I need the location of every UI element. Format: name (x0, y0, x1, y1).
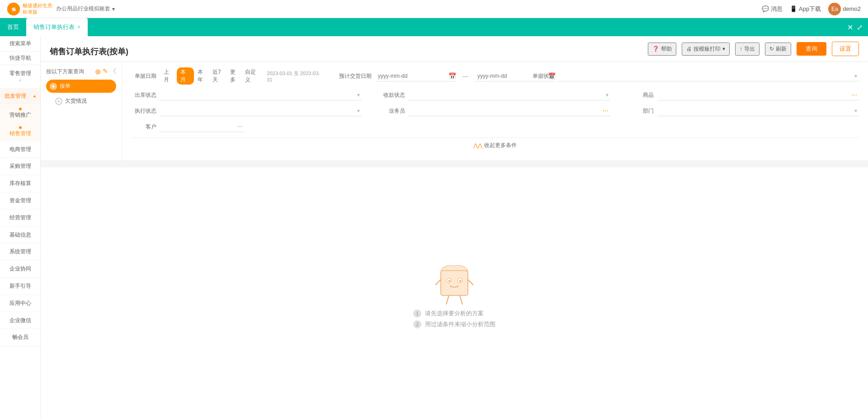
breadcrumb-arrow[interactable]: ▾ (112, 6, 115, 12)
date-tab-this-month[interactable]: 本月 (177, 67, 193, 85)
sidebar-item-sales[interactable]: 销售管理 (0, 123, 40, 141)
sidebar-item-ecommerce[interactable]: 电商管理 (0, 141, 40, 158)
sidebar-item-purchase[interactable]: 采购管理 (0, 158, 40, 175)
filter-date-field: 单据日期 上月 本月 本年 近7天 更多 自定义 2023-03-01 至 20… (131, 67, 321, 85)
plan-item-arrears[interactable]: ○ 欠货情况 (46, 95, 116, 108)
order-icon: ● (50, 83, 57, 90)
edit-plan-icon[interactable]: ✎ (103, 67, 108, 76)
sidebar-item-finance[interactable]: 资金管理 (0, 192, 40, 209)
settings-button[interactable]: 设置 (832, 42, 859, 56)
template-print-button[interactable]: 🖨 按模板打印 ▾ (682, 43, 730, 56)
tab-bar-right: ✕ ⤢ (847, 23, 868, 32)
sidebar-shortcut[interactable]: 快捷导航 (0, 52, 40, 65)
collapse-plan-icon[interactable]: 《 (110, 67, 116, 76)
empty-inner: 1 请先选择要分析的方案 2 用过滤条件来缩小分析范围 (413, 257, 495, 328)
plan-item-by-order[interactable]: ● 按单 (46, 80, 116, 93)
header-left: 畅 畅捷通好生意 标准版 办公用品行业模拟账套 ▾ (7, 3, 115, 15)
receipt-select[interactable] (409, 90, 604, 100)
sidebar-item-wechat[interactable]: 企业微信 (0, 312, 40, 329)
receipt-chevron-icon[interactable]: ▾ (604, 92, 610, 98)
help-button[interactable]: ❓ 帮助 (648, 43, 676, 56)
execution-chevron-icon[interactable]: ▾ (355, 108, 362, 114)
empty-text-list: 1 请先选择要分析的方案 2 用过滤条件来缩小分析范围 (413, 309, 495, 328)
message-button[interactable]: 💬 消息 (762, 5, 783, 13)
sidebar-item-enterprise[interactable]: 企业协同 (0, 261, 40, 278)
breadcrumb[interactable]: 办公用品行业模拟账套 ▾ (56, 5, 115, 13)
salesperson-picker-button[interactable]: ··· (601, 107, 610, 115)
sidebar-item-basic[interactable]: 基础信息 (0, 227, 40, 244)
arrears-icon: ○ (55, 98, 62, 105)
product-input[interactable] (657, 90, 849, 100)
refresh-button[interactable]: ↻ 刷新 (765, 43, 791, 56)
date-tab-more[interactable]: 更多 (228, 67, 241, 85)
refresh-icon: ↻ (769, 46, 774, 52)
app-download-button[interactable]: 📱 App下载 (790, 5, 821, 13)
print-icon: 🖨 (686, 46, 692, 52)
salesperson-input[interactable] (409, 106, 601, 116)
export-icon: ↑ (740, 46, 742, 52)
date-separator: — (460, 73, 471, 80)
filter-row-2: 出库状态 ▾ 收款状态 ▾ 商品 (131, 90, 859, 100)
customer-picker-button[interactable]: ··· (235, 123, 245, 131)
chevron-up-icon: ▴ (33, 93, 36, 99)
empty-tip-2: 2 用过滤条件来缩小分析范围 (413, 320, 495, 328)
add-plan-icon[interactable]: ⊕ (95, 67, 101, 76)
customer-label: 客户 (131, 123, 156, 131)
sidebar-item-operations[interactable]: 经营管理 (0, 209, 40, 227)
execution-select[interactable] (160, 106, 355, 116)
date-label: 单据日期 (131, 72, 156, 80)
filter-receipt-field: 收款状态 ▾ (380, 90, 610, 100)
tab-bar: 首页 销售订单执行表 × ✕ ⤢ (0, 18, 868, 36)
date-tab-this-year[interactable]: 本年 (196, 67, 209, 85)
collapse-up-icon: ⋀⋀ (473, 142, 482, 149)
filter-icons: ⊕ ✎ 《 (95, 67, 116, 76)
tab-close-icon[interactable]: ✕ (847, 23, 853, 32)
sidebar-item-marketing[interactable]: 营销推广 (0, 104, 40, 123)
start-date-input[interactable] (375, 71, 448, 81)
sidebar-item-appstore[interactable]: 应用中心 (0, 295, 40, 312)
help-icon: ❓ (652, 46, 659, 52)
sidebar-item-newbie[interactable]: 新手引导 (0, 278, 40, 295)
download-icon: 📱 (790, 5, 797, 12)
sidebar: 搜索菜单 快捷导航 零售管理 ▾ 批发管理 ▴ 营销推广 销售管理 电商管理 采… (0, 36, 41, 418)
svg-rect-2 (441, 271, 468, 295)
status-select[interactable] (558, 71, 853, 81)
export-button[interactable]: ↑ 导出 (735, 43, 760, 56)
main-layout: 搜索菜单 快捷导航 零售管理 ▾ 批发管理 ▴ 营销推广 销售管理 电商管理 采… (0, 36, 868, 418)
sidebar-item-inventory[interactable]: 库存核算 (0, 175, 40, 192)
avatar: Ea (828, 3, 841, 15)
svg-line-9 (468, 280, 473, 285)
tab-expand-icon[interactable]: ⤢ (857, 23, 863, 32)
date-tab-last-month[interactable]: 上月 (162, 67, 175, 85)
svg-line-10 (446, 295, 449, 304)
tab-home[interactable]: 首页 (0, 18, 26, 36)
warehouse-chevron-icon[interactable]: ▾ (355, 92, 362, 98)
calendar-start-icon[interactable]: 📅 (448, 72, 456, 80)
product-picker-button[interactable]: ··· (849, 91, 859, 99)
tab-close-button[interactable]: × (77, 24, 80, 30)
tab-sales-order[interactable]: 销售订单执行表 × (26, 18, 88, 36)
start-date-input-wrap[interactable]: 📅 (375, 71, 456, 81)
filter-salesperson-field: 业务员 ··· (380, 106, 610, 116)
collapse-bar[interactable]: ⋀⋀ 收起更多条件 (131, 138, 859, 155)
query-button[interactable]: 查询 (797, 42, 826, 56)
status-chevron-icon[interactable]: ▾ (853, 73, 859, 79)
filter-plan-selector: 按以下方案查询 ⊕ ✎ 《 ● 按单 ○ 欠货情况 (41, 62, 122, 160)
sidebar-item-member[interactable]: 畅会员 (0, 329, 40, 346)
page-title: 销售订单执行表(按单) (50, 46, 128, 57)
date-tab-recent7[interactable]: 近7天 (211, 67, 226, 85)
department-select[interactable] (657, 106, 853, 116)
customer-input[interactable] (160, 122, 235, 132)
sidebar-search[interactable]: 搜索菜单 (0, 36, 40, 52)
warehouse-select[interactable] (160, 90, 355, 100)
sidebar-item-system[interactable]: 系统管理 (0, 243, 40, 261)
filter-customer-field: 客户 ··· (131, 122, 245, 132)
sidebar-item-wholesale[interactable]: 批发管理 ▴ (0, 89, 40, 104)
sidebar-item-retail[interactable]: 零售管理 ▾ (0, 65, 40, 89)
date-tab-custom[interactable]: 自定义 (243, 67, 261, 85)
department-chevron-icon[interactable]: ▾ (853, 108, 859, 114)
logo-text: 畅捷通好生意 标准版 (23, 3, 52, 14)
date-tabs: 上月 本月 本年 近7天 更多 自定义 (162, 67, 261, 85)
user-profile[interactable]: Ea demo2 (828, 3, 861, 15)
date-range-text: 2023-03-01 至 2023-03-31 (267, 70, 321, 82)
